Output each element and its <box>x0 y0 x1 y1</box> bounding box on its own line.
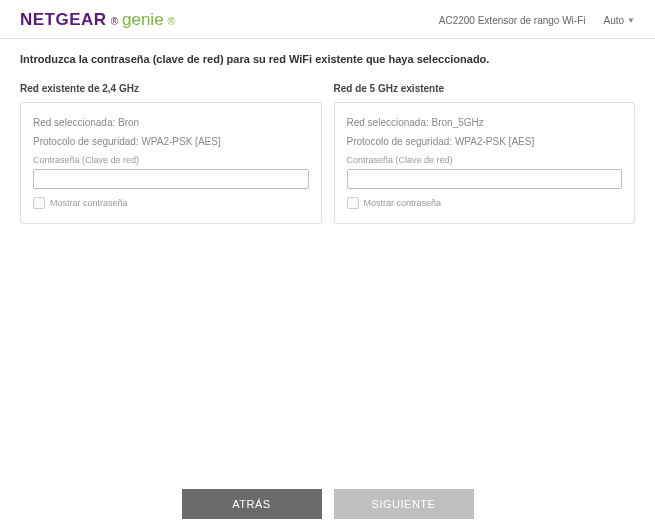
header-right: AC2200 Extensor de rango Wi-Fi Auto ▼ <box>439 15 635 26</box>
show-password-row-5[interactable]: Mostrar contraseña <box>347 197 623 209</box>
show-password-row-24[interactable]: Mostrar contraseña <box>33 197 309 209</box>
show-password-checkbox-5[interactable] <box>347 197 359 209</box>
language-label: Auto <box>604 15 625 26</box>
panels: Red existente de 2,4 GHz Red seleccionad… <box>20 83 635 224</box>
password-label-24: Contraseña (Clave de red) <box>33 155 309 165</box>
back-button[interactable]: ATRÁS <box>182 489 322 519</box>
instruction-text: Introduzca la contraseña (clave de red) … <box>20 53 635 65</box>
footer: ATRÁS SIGUIENTE <box>0 479 655 529</box>
header: NETGEAR® genie® AC2200 Extensor de rango… <box>0 0 655 39</box>
security-protocol-5: Protocolo de seguridad: WPA2-PSK [AES] <box>347 136 623 147</box>
password-label-5: Contraseña (Clave de red) <box>347 155 623 165</box>
logo-brand: NETGEAR <box>20 10 107 30</box>
show-password-label-5: Mostrar contraseña <box>364 198 442 208</box>
selected-network-5: Red seleccionada: Bron_5GHz <box>347 117 623 128</box>
content: Introduzca la contraseña (clave de red) … <box>0 39 655 238</box>
chevron-down-icon: ▼ <box>627 16 635 25</box>
panel-title-24: Red existente de 2,4 GHz <box>20 83 322 94</box>
product-name: AC2200 Extensor de rango Wi-Fi <box>439 15 586 26</box>
language-select[interactable]: Auto ▼ <box>604 15 636 26</box>
logo-sub: genie <box>122 10 164 30</box>
panel-box-24: Red seleccionada: Bron Protocolo de segu… <box>20 102 322 224</box>
logo-reg2: ® <box>168 16 175 27</box>
security-protocol-24: Protocolo de seguridad: WPA2-PSK [AES] <box>33 136 309 147</box>
show-password-label-24: Mostrar contraseña <box>50 198 128 208</box>
next-button[interactable]: SIGUIENTE <box>334 489 474 519</box>
selected-network-24: Red seleccionada: Bron <box>33 117 309 128</box>
panel-24ghz: Red existente de 2,4 GHz Red seleccionad… <box>20 83 322 224</box>
password-input-5[interactable] <box>347 169 623 189</box>
panel-box-5: Red seleccionada: Bron_5GHz Protocolo de… <box>334 102 636 224</box>
logo-reg: ® <box>111 16 118 27</box>
show-password-checkbox-24[interactable] <box>33 197 45 209</box>
logo: NETGEAR® genie® <box>20 10 175 30</box>
password-input-24[interactable] <box>33 169 309 189</box>
panel-5ghz: Red de 5 GHz existente Red seleccionada:… <box>334 83 636 224</box>
panel-title-5: Red de 5 GHz existente <box>334 83 636 94</box>
